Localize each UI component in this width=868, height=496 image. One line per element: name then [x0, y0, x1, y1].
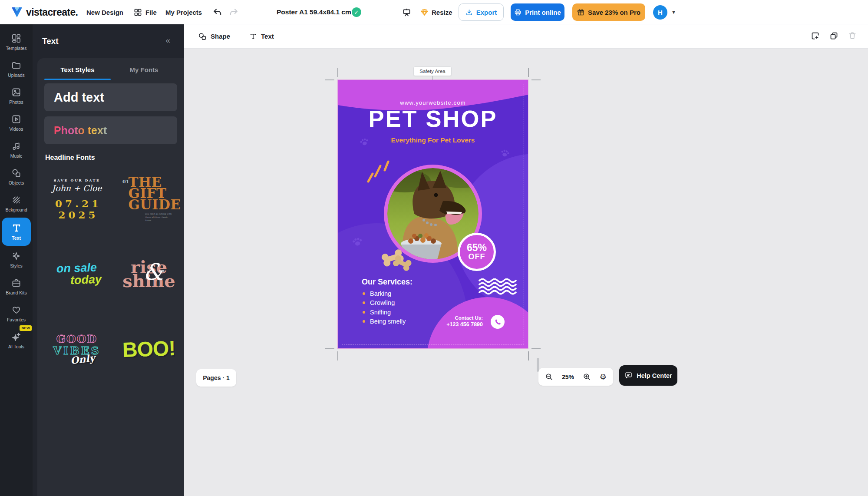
header: vistacreate. New Design File My Projects… [0, 0, 868, 24]
present-button[interactable] [402, 0, 411, 24]
pages-button[interactable]: Pages · 1 [196, 369, 236, 387]
crop-mark [337, 351, 338, 360]
zoom-out-icon[interactable] [545, 373, 553, 381]
printer-icon [514, 9, 521, 16]
saved-check-icon: ✓ [352, 7, 361, 17]
help-center-label: Help Center [637, 372, 672, 379]
canvas-area: Shape Text [184, 24, 868, 496]
sidebar-item-ai-tools[interactable]: NEW AI Tools [0, 327, 33, 354]
collapse-panel-icon[interactable]: « [165, 36, 170, 45]
font-sample-good-vibes-only[interactable]: GOOD VIBES Only [44, 317, 109, 380]
avatar[interactable]: H [653, 5, 667, 20]
nav-new-design[interactable]: New Design [86, 0, 123, 24]
brand-name: vistacreate. [26, 7, 78, 18]
vistacreate-logo-icon [11, 6, 23, 18]
background-icon [11, 195, 21, 205]
sidebar-item-music[interactable]: Music [0, 136, 33, 163]
tab-text-styles[interactable]: Text Styles [44, 59, 111, 80]
service-item: Growling [363, 298, 406, 308]
gem-icon [420, 8, 429, 17]
resize-label: Resize [432, 9, 452, 16]
text-t-icon [249, 33, 257, 40]
font-sample-rise-and-shine[interactable]: rise shine & [116, 242, 182, 306]
nav-my-projects[interactable]: My Projects [165, 0, 202, 24]
sidebar-item-photos[interactable]: Photos [0, 83, 33, 109]
avatar-caret-icon[interactable]: ▼ [671, 10, 676, 15]
print-online-button[interactable]: Print online [511, 3, 564, 21]
folder-icon [11, 60, 21, 70]
settings-gear-icon[interactable]: ⚙ [600, 373, 607, 381]
duplicate-icon[interactable] [829, 31, 838, 42]
gift-icon [577, 9, 584, 16]
brand-logo[interactable]: vistacreate. [11, 0, 78, 24]
contact-block[interactable]: Contact Us: +123 456 7890 [446, 315, 483, 327]
dog-bones [380, 248, 413, 273]
crop-mark [325, 79, 334, 80]
music-icon [11, 141, 21, 151]
document-title[interactable]: Poster A1 59.4x84.1 cm [277, 0, 351, 24]
save-on-pro-label: Save 23% on Pro [588, 9, 640, 16]
crop-mark [531, 79, 541, 80]
font-sample-gift-guide[interactable]: 01 THE GIFT GUIDE you can't go wrong wit… [116, 168, 182, 231]
sidebar-item-brand-kits[interactable]: Brand Kits [0, 273, 33, 300]
print-online-label: Print online [525, 9, 561, 16]
panel-tabs: Text Styles My Fonts [44, 59, 177, 80]
redo-button[interactable] [229, 0, 239, 24]
crop-mark [325, 348, 334, 349]
service-item: Being smelly [363, 317, 406, 327]
add-text-button[interactable]: Add text [44, 83, 177, 111]
saved-status: ✓ [352, 0, 361, 24]
crop-mark [528, 351, 529, 360]
insert-shape-button[interactable]: Shape [198, 32, 230, 41]
photo-text-button[interactable]: Photo text [44, 116, 177, 144]
crop-mark [528, 68, 529, 77]
service-item: Barking [363, 289, 406, 298]
help-center-button[interactable]: Help Center [619, 365, 677, 386]
sidebar-item-templates[interactable]: Templates [0, 29, 33, 56]
poster-page[interactable]: www.yourwebsite.com PET SHOP Everything … [338, 80, 528, 348]
crop-mark [531, 348, 541, 349]
heart-icon [11, 305, 21, 315]
export-button[interactable]: Export [459, 3, 504, 21]
discount-badge[interactable]: 65% OFF [458, 233, 496, 271]
safety-area-label: Safety Area [413, 66, 452, 76]
sidebar-item-text[interactable]: Text [0, 217, 33, 246]
sidebar-item-videos[interactable]: Videos [0, 109, 33, 136]
resize-button[interactable]: Resize [420, 0, 452, 24]
video-icon [11, 114, 21, 124]
zoom-in-icon[interactable] [583, 373, 591, 381]
poster-title[interactable]: PET SHOP [338, 105, 528, 132]
nav-file[interactable]: File [134, 0, 157, 24]
sidebar-item-uploads[interactable]: Uploads [0, 56, 33, 83]
poster-subtitle[interactable]: Everything For Pet Lovers [338, 136, 528, 144]
sidebar-item-favorites[interactable]: Favorites [0, 300, 33, 327]
file-grid-icon [134, 8, 142, 17]
service-item: Sniffing [363, 308, 406, 317]
styles-sparkle-icon [11, 251, 21, 261]
sidebar-item-background[interactable]: Bckground [0, 190, 33, 217]
vistacreate-editor: vistacreate. New Design File My Projects… [0, 0, 868, 496]
add-page-icon[interactable] [811, 31, 820, 42]
zoom-level[interactable]: 25% [562, 374, 574, 380]
font-sample-boo[interactable]: BOO! [116, 317, 182, 380]
sidebar-item-styles[interactable]: Styles [0, 246, 33, 273]
services-list[interactable]: Barking Growling Sniffing Being smelly [363, 289, 406, 326]
shape-icon [198, 32, 207, 41]
nav-file-label: File [145, 9, 157, 16]
templates-icon [11, 33, 21, 43]
tab-my-fonts[interactable]: My Fonts [111, 59, 177, 80]
services-title[interactable]: Our Services: [362, 278, 413, 287]
text-icon [11, 223, 22, 233]
safety-area-stem [432, 76, 432, 80]
insert-text-button[interactable]: Text [249, 33, 274, 40]
font-sample-on-sale-today[interactable]: on sale today [44, 242, 109, 306]
save-on-pro-button[interactable]: Save 23% on Pro [572, 3, 645, 21]
delete-icon[interactable] [848, 31, 857, 42]
sidebar-item-objects[interactable]: Objects [0, 163, 33, 190]
paw-print-icon [499, 148, 511, 159]
font-sample-save-our-date[interactable]: SAVE OUR DATE John + Cloe 07.21 2025 [44, 168, 109, 231]
headline-font-samples: SAVE OUR DATE John + Cloe 07.21 2025 01 … [44, 168, 177, 380]
paw-print-icon [351, 235, 364, 248]
undo-button[interactable] [212, 0, 222, 24]
panel-body: Text Styles My Fonts Add text Photo text… [37, 58, 184, 496]
